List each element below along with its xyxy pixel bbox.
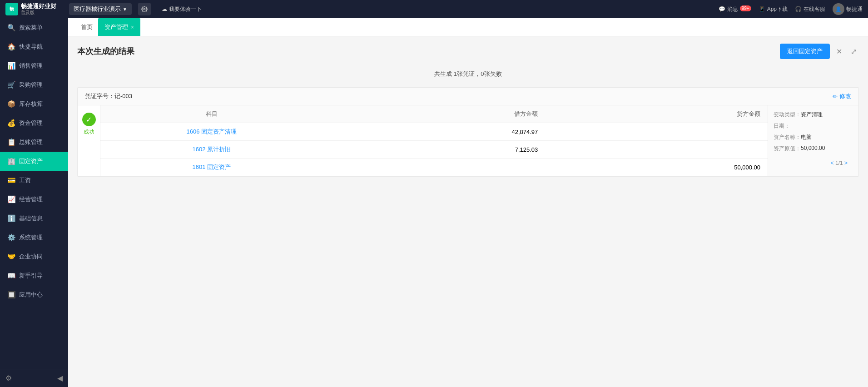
collapse-icon[interactable]: ◀	[57, 374, 63, 382]
ledger-icon: 📋	[7, 138, 15, 146]
avatar: 👤	[833, 3, 844, 15]
sidebar-item-label: 应用中心	[19, 291, 43, 299]
sidebar-item-finance[interactable]: 💰 资金管理	[0, 114, 68, 133]
table-header-row: 科目 借方金额 贷方金额	[100, 105, 768, 123]
sidebar-item-system[interactable]: ⚙️ 系统管理	[0, 228, 68, 247]
sidebar-item-label: 工资	[19, 176, 31, 184]
success-icon: ✓	[82, 113, 96, 126]
asset-name-label: 资产名称：	[774, 134, 801, 141]
sidebar-item-fixed-assets[interactable]: 🏢 固定资产	[0, 152, 68, 171]
return-button[interactable]: 返回固定资产	[780, 44, 830, 59]
sidebar-item-payroll[interactable]: 💳 工资	[0, 171, 68, 190]
content-area: 首页 资产管理 × 本次生成的结果 返回固定资产 ✕ ⤢ 共生成 1张凭证，0张…	[68, 18, 868, 387]
sidebar-item-label: 企业协同	[19, 253, 43, 261]
tab-home-label: 首页	[81, 23, 93, 31]
sidebar-item-inventory[interactable]: 📦 库存核算	[0, 94, 68, 114]
success-label: 成功	[84, 128, 94, 136]
summary-text: 共生成 1张凭证，0张失败	[434, 70, 501, 77]
page-title: 本次生成的结果	[77, 46, 134, 57]
cloud-icon: ☁	[162, 6, 167, 12]
debit-cell-2: 7,125.03	[323, 141, 546, 159]
sidebar-item-app-center[interactable]: 🔲 应用中心	[0, 285, 68, 304]
sidebar-item-ledger[interactable]: 📋 总账管理	[0, 133, 68, 152]
tab-asset-label: 资产管理	[104, 23, 128, 31]
asset-name-value: 电脑	[801, 134, 812, 141]
pagination: < 1/1 >	[774, 156, 853, 170]
prev-page-btn[interactable]: <	[831, 160, 834, 166]
tab-home[interactable]: 首页	[75, 18, 98, 36]
headset-icon: 🎧	[795, 6, 802, 12]
experience-button[interactable]: ☁ 我要体验一下	[162, 5, 202, 13]
sidebar: 🔍 搜索菜单 🏠 快捷导航 📊 销售管理 🛒 采购管理 📦 库存核算 💰 资金管…	[0, 18, 68, 387]
voucher-card: 凭证字号：记-003 ✏ 修改 ✓ 成功	[77, 87, 859, 177]
user-name: 畅捷通	[846, 5, 863, 13]
change-type-value: 资产清理	[801, 111, 823, 119]
experience-label: 我要体验一下	[169, 5, 202, 13]
result-summary: 共生成 1张凭证，0张失败	[77, 66, 859, 82]
sidebar-item-guide[interactable]: 📖 新手引导	[0, 266, 68, 285]
tab-asset-management[interactable]: 资产管理 ×	[98, 18, 140, 36]
sidebar-item-label: 系统管理	[19, 233, 43, 242]
settings-icon[interactable]	[138, 3, 151, 15]
brand-text: 畅捷通好业财 普及版	[21, 3, 56, 15]
th-subject: 科目	[100, 105, 323, 123]
sidebar-item-label: 新手引导	[19, 272, 43, 280]
search-icon: 🔍	[7, 24, 15, 32]
message-label: 消息	[727, 5, 738, 13]
expand-icon[interactable]: ⤢	[848, 46, 859, 57]
table-main: 科目 借方金额 贷方金额 1606 固定资产清理	[100, 105, 768, 176]
inventory-icon: 📦	[7, 100, 15, 108]
credit-cell-1	[545, 123, 768, 141]
original-value-value: 50,000.00	[801, 145, 825, 151]
chart-icon: 📈	[7, 195, 15, 203]
main-layout: 🔍 搜索菜单 🏠 快捷导航 📊 销售管理 🛒 采购管理 📦 库存核算 💰 资金管…	[0, 18, 868, 387]
app-download-button[interactable]: 📱 App下载	[759, 5, 788, 13]
next-page-btn[interactable]: >	[844, 160, 848, 166]
sidebar-item-label: 经营管理	[19, 195, 43, 203]
settings-bottom-icon[interactable]: ⚙	[5, 374, 12, 382]
home-icon: 🏠	[7, 43, 15, 51]
subject-link-3[interactable]: 1601 固定资产	[193, 164, 231, 170]
phone-icon: 📱	[759, 6, 765, 12]
sidebar-item-quick-nav[interactable]: 🏠 快捷导航	[0, 37, 68, 56]
sidebar-item-enterprise[interactable]: 🤝 企业协同	[0, 247, 68, 266]
table-row: 1602 累计折旧 7,125.03	[100, 141, 768, 159]
sidebar-item-sales[interactable]: 📊 销售管理	[0, 56, 68, 75]
building-icon: 🏢	[7, 157, 15, 165]
close-icon[interactable]: ✕	[833, 46, 844, 57]
success-indicator: ✓ 成功	[78, 105, 100, 176]
message-button[interactable]: 💬 消息 99+	[719, 5, 751, 13]
subject-link-1[interactable]: 1606 固定资产清理	[187, 128, 237, 135]
sidebar-item-label: 固定资产	[19, 157, 43, 165]
table-wrapper: ✓ 成功 科目 借方金额 贷方金额	[78, 105, 858, 176]
enterprise-icon: 🤝	[7, 253, 15, 261]
company-selector[interactable]: 医疗器械行业演示 ▼	[69, 3, 132, 15]
subject-link-2[interactable]: 1602 累计折旧	[193, 146, 231, 153]
finance-icon: 💰	[7, 119, 15, 127]
sidebar-item-search[interactable]: 🔍 搜索菜单	[0, 18, 68, 37]
voucher-number: 凭证字号：记-003	[85, 92, 132, 100]
date-label: 日期：	[774, 122, 801, 130]
user-initial: 👤	[835, 6, 842, 12]
edit-button[interactable]: ✏ 修改	[833, 92, 851, 100]
brand-logo: 畅 畅捷通好业财 普及版	[5, 3, 56, 15]
voucher-table: 科目 借方金额 贷方金额 1606 固定资产清理	[100, 105, 768, 176]
page-info: 1/1	[835, 160, 844, 166]
purchase-icon: 🛒	[7, 81, 15, 89]
sidebar-item-label: 总账管理	[19, 138, 43, 146]
sidebar-item-management[interactable]: 📈 经营管理	[0, 190, 68, 209]
online-service-button[interactable]: 🎧 在线客服	[795, 5, 825, 13]
user-profile[interactable]: 👤 畅捷通	[833, 3, 863, 15]
table-row: 1601 固定资产 50,000.00	[100, 159, 768, 176]
sidebar-item-basic-info[interactable]: ℹ️ 基础信息	[0, 209, 68, 228]
tab-close-icon[interactable]: ×	[131, 24, 134, 30]
header-right: 💬 消息 99+ 📱 App下载 🎧 在线客服 👤 畅捷通	[719, 3, 863, 15]
th-debit: 借方金额	[323, 105, 546, 123]
sidebar-item-label: 基础信息	[19, 214, 43, 223]
debit-cell-1: 42,874.97	[323, 123, 546, 141]
sidebar-item-label: 快捷导航	[19, 43, 43, 51]
svg-point-0	[144, 8, 145, 10]
sidebar-item-label: 采购管理	[19, 81, 43, 89]
credit-cell-2	[545, 141, 768, 159]
sidebar-item-purchase[interactable]: 🛒 采购管理	[0, 75, 68, 94]
